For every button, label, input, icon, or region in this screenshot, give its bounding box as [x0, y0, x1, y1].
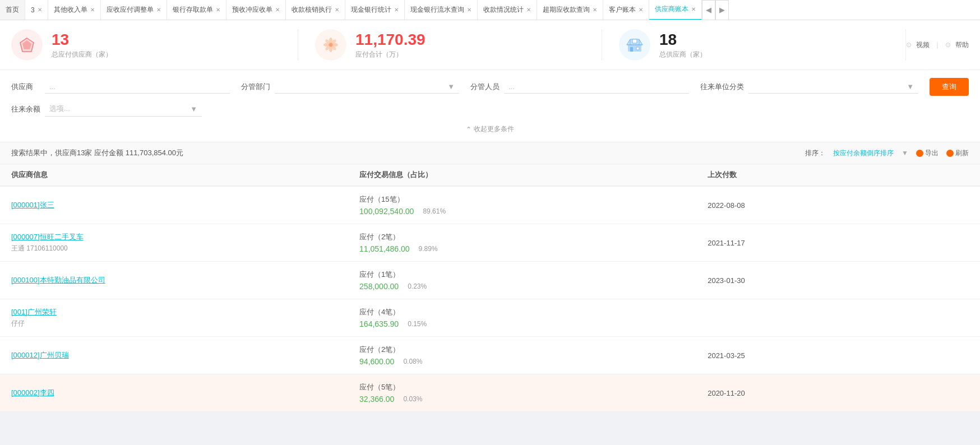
close-tab-cash-flow[interactable]: ✕ [467, 7, 471, 13]
cell-supplier-6: [000002]李四 [11, 388, 359, 398]
trans-amount-3[interactable]: 258,000.00 [359, 282, 399, 291]
close-tab-receipt-exec[interactable]: ✕ [335, 7, 339, 13]
trans-amount-row-1: 100,092,540.00 89.61% [359, 207, 708, 216]
close-tab-other-income[interactable]: ✕ [90, 7, 95, 13]
stat-label-payable-suppliers: 总应付供应商（家） [52, 50, 112, 59]
tab-receipt-exec[interactable]: 收款核销执行 ✕ [286, 0, 345, 20]
supplier-link-4[interactable]: [001]广州荣轩 [11, 307, 359, 317]
cell-transaction-2: 应付（2笔） 11,051,486.00 9.89% [359, 232, 708, 253]
stat-block-suppliers-payable: 13 总应付供应商（家） [11, 29, 298, 61]
tab-cash-stat[interactable]: 现金银行统计 ✕ [345, 0, 405, 20]
collapse-label: 收起更多条件 [474, 124, 514, 134]
supplier-link-3[interactable]: [000100]本特勤油品有限公司 [11, 275, 359, 285]
trans-amount-4[interactable]: 164,635.90 [359, 319, 399, 328]
close-tab-cash-stat[interactable]: ✕ [394, 7, 399, 13]
svg-rect-12 [630, 47, 633, 52]
collapse-button[interactable]: ⌃ 收起更多条件 [11, 122, 969, 136]
col-header-supplier: 供应商信息 [11, 170, 359, 180]
trans-amount-1[interactable]: 100,092,540.00 [359, 207, 414, 216]
filter-area: 供应商 ... 分管部门 ▼ 分管人员 ... 往来单位分类 ▼ 查询 [0, 70, 980, 142]
trans-amount-row-3: 258,000.00 0.23% [359, 282, 708, 291]
cell-transaction-5: 应付（2笔） 94,600.00 0.08% [359, 345, 708, 366]
trans-amount-2[interactable]: 11,051,486.00 [359, 244, 410, 253]
cell-transaction-3: 应付（1笔） 258,000.00 0.23% [359, 270, 708, 291]
data-table: 供应商信息 应付交易信息（占比） 上次付数 [000001]张三 应付（15笔）… [0, 164, 980, 412]
stat-label-total-suppliers: 总供应商（家） [659, 50, 706, 59]
filter-person: 分管人员 ... [470, 80, 689, 94]
cell-last-payment-6: 2020-11-20 [708, 389, 969, 397]
export-label: 导出 [925, 149, 939, 158]
supplier-link-2[interactable]: [000007]恒旺二手叉车 [11, 232, 359, 242]
divider: ｜ [934, 40, 941, 50]
tab-supplier-ledger-label: 供应商账本 [655, 4, 688, 14]
trans-amount-row-6: 32,366.00 0.03% [359, 395, 708, 404]
tab-ar-adjust[interactable]: 应收应付调整单 ✕ [101, 0, 167, 20]
tab-receipt-stat[interactable]: 收款情况统计 ✕ [478, 0, 537, 20]
tab-3[interactable]: 3 ✕ [25, 0, 48, 20]
tab-customer-ledger[interactable]: 客户账本 ✕ [603, 0, 649, 20]
stat-block-payable-total: 11,170.39 应付合计（万） [298, 29, 602, 61]
svg-rect-15 [632, 39, 637, 43]
close-tab-supplier-ledger[interactable]: ✕ [691, 6, 696, 12]
close-tab-prepay-ar[interactable]: ✕ [275, 7, 280, 13]
cell-last-payment-3: 2023-01-30 [708, 276, 969, 285]
stats-bar: 13 总应付供应商（家） 11,170.39 应付合计（万） [0, 20, 980, 70]
tab-bank-deposit[interactable]: 银行存取款单 ✕ [167, 0, 226, 20]
export-button[interactable]: 导出 [916, 149, 939, 158]
tab-other-income[interactable]: 其他收入单 ✕ [48, 0, 101, 20]
sort-dropdown[interactable]: 按应付余额倒序排序 [833, 149, 894, 158]
video-link[interactable]: 视频 [916, 40, 930, 50]
stat-value-total-suppliers: 18 [659, 30, 706, 49]
cell-transaction-6: 应付（5笔） 32,366.00 0.03% [359, 382, 708, 404]
stat-value-payable-total: 11,170.39 [355, 30, 426, 49]
nav-next[interactable]: ▶ [715, 0, 729, 20]
supplier-link-1[interactable]: [000001]张三 [11, 200, 359, 210]
cell-supplier-4: [001]广州荣轩 仔仔 [11, 307, 359, 328]
tab-home[interactable]: 首页 [0, 0, 25, 20]
close-tab-ar-adjust[interactable]: ✕ [156, 7, 161, 13]
filter-row-2: 往来余额 选项... ▼ [11, 101, 969, 117]
close-tab-customer-ledger[interactable]: ✕ [639, 7, 643, 13]
trans-amount-5[interactable]: 94,600.00 [359, 357, 394, 366]
header-right-links: ⊙ 视频 ｜ ⊙ 帮助 [906, 40, 969, 50]
cell-transaction-4: 应付（4笔） 164,635.90 0.15% [359, 307, 708, 328]
department-label: 分管部门 [241, 82, 270, 92]
trans-percent-4: 0.15% [408, 320, 427, 328]
help-link[interactable]: 帮助 [955, 40, 969, 50]
close-tab-bank-deposit[interactable]: ✕ [216, 7, 220, 13]
refresh-label: 刷新 [955, 149, 969, 158]
cell-last-payment-5: 2021-03-25 [708, 351, 969, 360]
tab-supplier-ledger[interactable]: 供应商账本 ✕ [649, 0, 702, 20]
tab-prepay-ar[interactable]: 预收冲应收单 ✕ [226, 0, 286, 20]
cell-supplier-2: [000007]恒旺二手叉车 王通 17106110000 [11, 232, 359, 253]
supplier-link-5[interactable]: [000012]广州贝瑞 [11, 350, 359, 360]
close-tab-3[interactable]: ✕ [38, 7, 42, 13]
trans-amount-6[interactable]: 32,366.00 [359, 395, 394, 404]
col-header-last-payment: 上次付数 [708, 170, 969, 180]
col-header-transaction: 应付交易信息（占比） [359, 170, 708, 180]
svg-rect-13 [636, 47, 639, 50]
nav-prev[interactable]: ◀ [702, 0, 715, 20]
person-placeholder: ... [509, 82, 685, 91]
tab-overdue-ar[interactable]: 超期应收款查询 ✕ [537, 0, 603, 20]
supplier-link-6[interactable]: [000002]李四 [11, 388, 359, 398]
refresh-button[interactable]: 刷新 [946, 149, 969, 158]
close-tab-receipt-stat[interactable]: ✕ [526, 7, 531, 13]
supplier-label: 供应商 [11, 82, 40, 92]
sort-label: 排序： [805, 149, 825, 158]
filter-department: 分管部门 ▼ [241, 80, 460, 94]
trans-percent-5: 0.08% [403, 358, 422, 365]
summary-text: 搜索结果中，供应商13家 应付金额 111,703,854.00元 [11, 148, 183, 158]
table-body: [000001]张三 应付（15笔） 100,092,540.00 89.61%… [0, 187, 980, 412]
search-button[interactable]: 查询 [930, 78, 969, 96]
tab-bank-deposit-label: 银行存取款单 [173, 5, 213, 15]
filter-balance: 往来余额 选项... ▼ [11, 101, 202, 117]
top-nav: 首页 3 ✕ 其他收入单 ✕ 应收应付调整单 ✕ 银行存取款单 ✕ 预收冲应收单… [0, 0, 980, 20]
tab-cash-flow[interactable]: 现金银行流水查询 ✕ [405, 0, 478, 20]
trans-label-1: 应付（15笔） [359, 194, 708, 205]
trans-amount-row-2: 11,051,486.00 9.89% [359, 244, 708, 253]
close-tab-overdue-ar[interactable]: ✕ [593, 7, 597, 13]
table-row: [000001]张三 应付（15笔） 100,092,540.00 89.61%… [0, 187, 980, 224]
tab-other-income-label: 其他收入单 [54, 5, 87, 15]
table-row: [001]广州荣轩 仔仔 应付（4笔） 164,635.90 0.15% [0, 299, 980, 337]
